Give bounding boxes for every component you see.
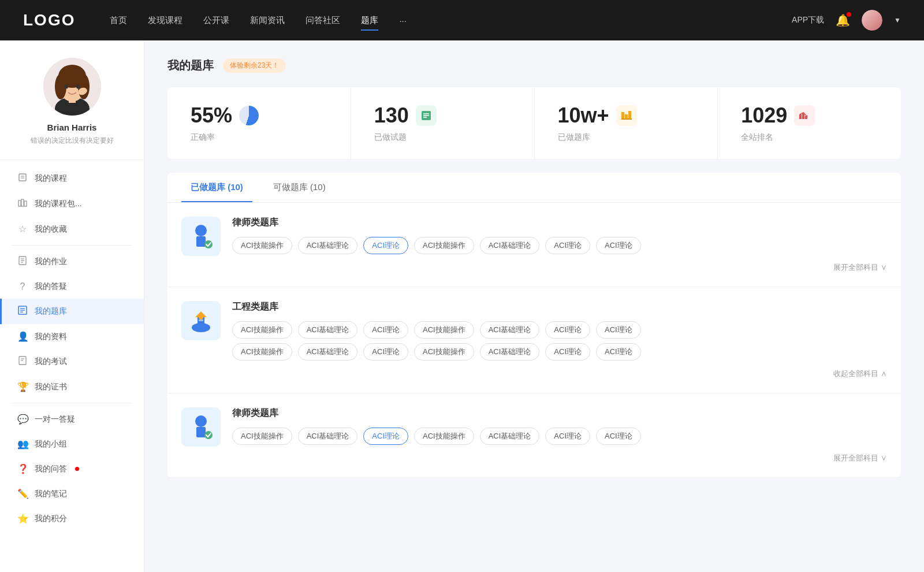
tag-1-9[interactable]: ACI理论 [363, 343, 408, 361]
profile-motto: 错误的决定比没有决定要好 [31, 136, 114, 146]
navbar-right: APP下载 🔔 ▼ [792, 10, 901, 31]
tag-0-0[interactable]: ACI技能操作 [232, 237, 292, 254]
sidebar-item-points[interactable]: ⭐ 我的积分 [0, 506, 144, 531]
profile-name: Brian Harris [47, 122, 97, 132]
nav-more[interactable]: ··· [399, 16, 407, 25]
sidebar-item-profile[interactable]: 👤 我的资料 [0, 324, 144, 349]
sidebar-item-course[interactable]: 我的课程 [0, 166, 144, 191]
accuracy-pie-chart [239, 106, 259, 125]
tag-1-0[interactable]: ACI技能操作 [232, 321, 292, 339]
notification-bell[interactable]: 🔔 [836, 13, 850, 27]
tag-1-10[interactable]: ACI技能操作 [414, 343, 474, 361]
sidebar-label-course: 我的课程 [35, 173, 67, 184]
tag-0-4[interactable]: ACI基础理论 [480, 237, 540, 254]
svg-point-39 [806, 116, 808, 117]
expand-btn-0[interactable]: 展开全部科目 ∨ [232, 259, 887, 273]
tag-0-5[interactable]: ACI理论 [545, 237, 590, 254]
sidebar-item-qbank[interactable]: 我的题库 [0, 299, 144, 324]
sidebar-menu: 我的课程 我的课程包... ☆ 我的收藏 我的作业 ? 我的答 [0, 166, 144, 531]
sidebar-label-homework: 我的作业 [35, 257, 67, 267]
profile-section: Brian Harris 错误的决定比没有决定要好 [0, 58, 144, 160]
user-avatar [43, 58, 101, 116]
nav-qa[interactable]: 问答社区 [305, 15, 340, 26]
svg-rect-46 [199, 320, 203, 321]
sidebar-label-cert: 我的证书 [35, 382, 67, 392]
expand-btn-2[interactable]: 展开全部科目 ∨ [232, 450, 887, 463]
course-icon [17, 173, 28, 184]
tag-0-2[interactable]: ACI理论 [363, 237, 408, 254]
tag-1-12[interactable]: ACI理论 [545, 343, 590, 361]
qbank-header-0: 律师类题库 ACI技能操作 ACI基础理论 ACI理论 ACI技能操作 ACI基… [181, 217, 887, 273]
tag-2-1[interactable]: ACI基础理论 [298, 428, 358, 445]
svg-rect-35 [621, 118, 632, 120]
svg-rect-14 [18, 200, 21, 206]
stat-questions: 130 已做试题 [351, 87, 535, 159]
collapse-btn-1[interactable]: 收起全部科目 ∧ [232, 365, 887, 379]
navbar: LOGO 首页 发现课程 公开课 新闻资讯 问答社区 题库 ··· APP下载 … [0, 0, 924, 40]
tag-1-1[interactable]: ACI基础理论 [298, 321, 358, 339]
myqa-icon: ❓ [17, 463, 28, 474]
nav-home[interactable]: 首页 [110, 15, 127, 26]
qbank-body-2: 律师类题库 ACI技能操作 ACI基础理论 ACI理论 ACI技能操作 ACI基… [232, 407, 887, 463]
tag-1-11[interactable]: ACI基础理论 [480, 343, 540, 361]
tag-1-7[interactable]: ACI技能操作 [232, 343, 292, 361]
sidebar-item-homework[interactable]: 我的作业 [0, 249, 144, 274]
tag-2-0[interactable]: ACI技能操作 [232, 428, 292, 445]
tab-todo[interactable]: 可做题库 (10) [264, 173, 335, 202]
sidebar-item-package[interactable]: 我的课程包... [0, 191, 144, 217]
group-icon: 👥 [17, 439, 28, 450]
sidebar-item-cert[interactable]: 🏆 我的证书 [0, 374, 144, 399]
svg-rect-32 [621, 112, 624, 119]
user-menu-chevron[interactable]: ▼ [894, 16, 901, 24]
tag-1-5[interactable]: ACI理论 [545, 321, 590, 339]
nav-discover[interactable]: 发现课程 [148, 15, 182, 26]
sidebar-item-tutor[interactable]: 💬 一对一答疑 [0, 407, 144, 432]
tag-0-6[interactable]: ACI理论 [596, 237, 641, 254]
app-download-btn[interactable]: APP下载 [792, 15, 824, 25]
tag-2-4[interactable]: ACI基础理论 [480, 428, 540, 445]
tutor-icon: 💬 [17, 414, 28, 425]
tag-2-3[interactable]: ACI技能操作 [414, 428, 474, 445]
tag-2-5[interactable]: ACI理论 [545, 428, 590, 445]
stat-ranking-row: 1029 [741, 103, 878, 128]
tag-2-6[interactable]: ACI理论 [596, 428, 641, 445]
qbank-container: 律师类题库 ACI技能操作 ACI基础理论 ACI理论 ACI技能操作 ACI基… [167, 203, 901, 478]
stat-questions-value: 130 [374, 103, 409, 128]
tag-1-4[interactable]: ACI基础理论 [480, 321, 540, 339]
svg-point-8 [65, 85, 68, 89]
svg-rect-36 [799, 114, 802, 119]
questions-icon [416, 105, 437, 126]
tag-1-13[interactable]: ACI理论 [596, 343, 641, 361]
nav-news[interactable]: 新闻资讯 [250, 15, 285, 26]
main-layout: Brian Harris 错误的决定比没有决定要好 我的课程 我的课程包... … [0, 40, 924, 572]
nav-opencourse[interactable]: 公开课 [203, 15, 229, 26]
tag-0-1[interactable]: ACI基础理论 [298, 237, 358, 254]
nav-qbank[interactable]: 题库 [361, 15, 378, 26]
sidebar-item-exam[interactable]: 我的考试 [0, 349, 144, 374]
tag-1-2[interactable]: ACI理论 [363, 321, 408, 339]
sidebar-item-questions[interactable]: ? 我的答疑 [0, 274, 144, 299]
tag-1-8[interactable]: ACI基础理论 [298, 343, 358, 361]
tag-1-3[interactable]: ACI技能操作 [414, 321, 474, 339]
user-avatar-nav[interactable] [862, 10, 882, 31]
qbank-item-0: 律师类题库 ACI技能操作 ACI基础理论 ACI理论 ACI技能操作 ACI基… [167, 203, 901, 287]
sidebar-label-package: 我的课程包... [35, 199, 82, 209]
sidebar-item-myqa[interactable]: ❓ 我的问答 [0, 456, 144, 481]
tag-0-3[interactable]: ACI技能操作 [414, 237, 474, 254]
tag-2-2[interactable]: ACI理论 [363, 428, 408, 445]
qbank-icon-1 [181, 301, 221, 340]
tab-done[interactable]: 已做题库 (10) [181, 173, 252, 202]
svg-rect-11 [19, 174, 26, 181]
sidebar-item-notes[interactable]: ✏️ 我的笔记 [0, 481, 144, 506]
sidebar-item-favorites[interactable]: ☆ 我的收藏 [0, 217, 144, 242]
sidebar-item-group[interactable]: 👥 我的小组 [0, 432, 144, 456]
page-header: 我的题库 体验剩余23天！ [167, 58, 901, 73]
notification-dot [847, 12, 851, 17]
qbank-item-1: 工程类题库 ACI技能操作 ACI基础理论 ACI理论 ACI技能操作 ACI基… [167, 287, 901, 393]
tabs-bar: 已做题库 (10) 可做题库 (10) [167, 173, 901, 203]
svg-rect-16 [24, 201, 27, 206]
tag-1-6[interactable]: ACI理论 [596, 321, 641, 339]
qbank-tags-1-row1: ACI技能操作 ACI基础理论 ACI理论 ACI技能操作 ACI基础理论 AC… [232, 321, 887, 339]
stats-row: 55% 正确率 130 已做试题 10w+ [167, 87, 901, 159]
main-content: 我的题库 体验剩余23天！ 55% 正确率 130 [144, 40, 924, 572]
